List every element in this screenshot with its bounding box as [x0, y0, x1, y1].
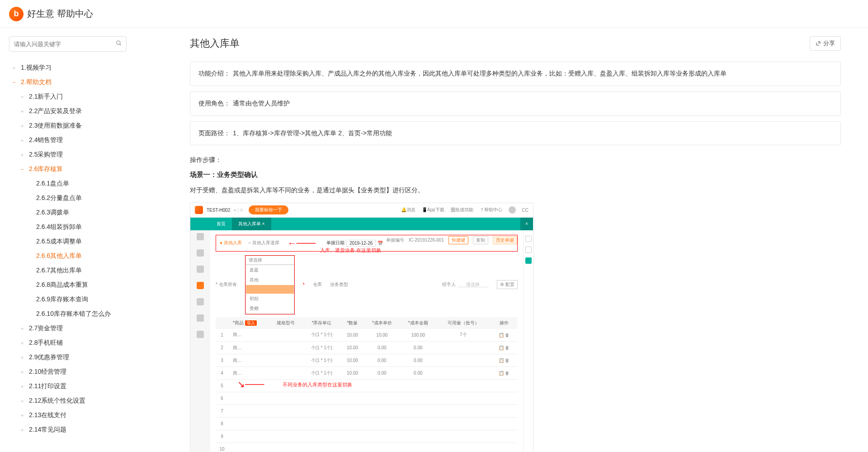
ss-tool-icon: [525, 236, 532, 242]
logo[interactable]: b 好生意 帮助中心: [9, 7, 93, 21]
nav-2-5[interactable]: ＋2.5采购管理: [9, 147, 127, 162]
nav-2-6-3[interactable]: 2.6.3调拨单: [9, 205, 127, 220]
ss-annotation-2: 不同业务的入库类型在这里切换: [283, 381, 352, 388]
ss-items-table: *商品 导入 规格型号 *库存单位 *数量 *成本单价 *成本金额 可用量（批号…: [216, 317, 518, 452]
ss-topbar: TEST-H002 ▾ | ⟳ 我要标你一下 🔔消息 📱App下载 ☰批成功能 …: [190, 203, 533, 218]
plus-icon: ＋: [19, 108, 25, 114]
ss-radio-in: ● 其他入库: [220, 240, 242, 246]
ss-user: CC: [522, 208, 528, 213]
plus-icon: ＋: [11, 65, 17, 71]
ss-nav-icon: [197, 314, 204, 322]
plus-icon: ＋: [19, 137, 25, 143]
nav-2-11[interactable]: ＋2.11打印设置: [9, 379, 127, 394]
ss-tab-current: 其他入库单 ×: [232, 218, 271, 230]
ss-nav-icon: [197, 298, 204, 305]
nav-2-8[interactable]: ＋2.8手机旺铺: [9, 336, 127, 350]
nav-2-6-10[interactable]: 2.6.10库存账本错了怎么办: [9, 307, 127, 321]
nav-docs[interactable]: －2.帮助文档: [9, 75, 127, 90]
table-row: 1商…个(1 * 1个)10.0010.00100.007个📋 🗑: [216, 329, 518, 342]
nav-2-6-5[interactable]: 2.6.5成本调整单: [9, 234, 127, 249]
nav-2-12[interactable]: ＋2.12系统个性化设置: [9, 394, 127, 408]
nav-2-6-2[interactable]: 2.6.2分量盘点单: [9, 191, 127, 205]
ss-nav-icon: [197, 266, 204, 273]
nav-2-3[interactable]: ＋2.3使用前数据准备: [9, 119, 127, 133]
search-input[interactable]: [9, 36, 127, 52]
ss-date: 单据日期 2019-12-26 📅: [326, 240, 383, 247]
ss-left-nav: [190, 230, 210, 452]
nav-2-6-4[interactable]: 2.6.4组装拆卸单: [9, 220, 127, 234]
plus-icon: ＋: [19, 340, 25, 346]
nav-2-9[interactable]: ＋2.9优惠券管理: [9, 350, 127, 365]
table-row: 10: [216, 443, 518, 452]
page-head: 其他入库单 分享: [190, 28, 841, 62]
plus-icon: ＋: [19, 325, 25, 332]
plus-icon: ＋: [19, 369, 25, 375]
role-text: 通常由仓管人员维护: [233, 100, 290, 107]
search-wrap: [9, 36, 127, 52]
share-button[interactable]: 分享: [810, 36, 841, 51]
nav-2-6-8[interactable]: 2.6.8商品成本重算: [9, 278, 127, 292]
ss-tool-icon: [525, 257, 532, 264]
share-icon: [816, 41, 821, 46]
ss-biztype-dropdown: 请选择 盘盈 其他 初始 受赠: [245, 255, 295, 314]
logo-text: 好生意 帮助中心: [27, 8, 93, 20]
table-row: 9: [216, 430, 518, 443]
intro-label: 功能介绍：: [198, 70, 230, 77]
table-row: 4商…个(1 * 1个)10.000.000.00📋 🗑: [216, 367, 518, 380]
nav-2-6-6[interactable]: 2.6.6其他入库单: [9, 249, 127, 263]
nav-2-6-7[interactable]: 2.6.7其他出库单: [9, 263, 127, 278]
nav-2-4[interactable]: ＋2.4销售管理: [9, 133, 127, 147]
ss-nav-icon-active: [197, 282, 204, 289]
ss-top-button: 我要标你一下: [249, 205, 288, 214]
plus-icon: ＋: [19, 94, 25, 100]
ss-app: 📱App下载: [422, 207, 444, 213]
nav-2-1[interactable]: ＋2.1新手入门: [9, 90, 127, 104]
ss-suc: ☰批成功能: [451, 207, 473, 213]
nav-2-14[interactable]: ＋2.14常见问题: [9, 423, 127, 437]
ss-nav-icon: [197, 249, 204, 257]
search-icon[interactable]: [116, 40, 122, 48]
ss-avatar-icon: [509, 206, 516, 214]
nav-2-6-1[interactable]: 2.6.1盘点单: [9, 176, 127, 191]
ss-annotation-1: 入库、退货业务 在这里切换: [320, 247, 381, 254]
intro-text: 其他入库单用来处理除采购入库、产成品入库之外的其他入库业务，因此其他入库单可处理…: [233, 70, 726, 77]
path-box: 页面路径：1、库存核算->库存管理->其他入库单 2、首页->常用功能: [190, 121, 841, 146]
path-text: 1、库存核算->库存管理->其他入库单 2、首页->常用功能: [233, 129, 392, 137]
plus-icon: ＋: [19, 123, 25, 129]
nav-2-6-9[interactable]: 2.6.9库存账本查询: [9, 292, 127, 307]
ss-type-row: ● 其他入库 ○ 其他入库退库 ←─── 单据日期 2019-12-26 📅 入…: [216, 235, 518, 252]
plus-icon: ＋: [19, 398, 25, 404]
table-row: 7: [216, 405, 518, 418]
ss-nav-icon: [197, 233, 204, 240]
table-row: 8: [216, 418, 518, 430]
role-box: 使用角色：通常由仓管人员维护: [190, 91, 841, 116]
nav-2-13[interactable]: ＋2.13在线支付: [9, 408, 127, 423]
ss-doc-info: 单据编号IC-20191226-001 快捷键 复制 历史单据: [386, 236, 517, 244]
ss-radio-return: ○ 其他入库退库: [248, 240, 279, 246]
ss-tabs: 首页 其他入库单 × ×: [190, 218, 533, 230]
table-row: 5↘───不同业务的入库类型在这里切换: [216, 380, 518, 392]
main-content: 其他入库单 分享 功能介绍：其他入库单用来处理除采购入库、产成品入库之外的其他入…: [136, 28, 868, 452]
minus-icon: －: [11, 79, 17, 86]
nav-2-2[interactable]: ＋2.2产品安装及登录: [9, 104, 127, 119]
role-label: 使用角色：: [198, 100, 230, 107]
svg-point-0: [117, 41, 120, 44]
scene1-title: 场景一：业务类型确认: [190, 171, 841, 179]
ss-tab-home: 首页: [210, 218, 232, 230]
ss-msg: 🔔消息: [401, 207, 415, 213]
nav-2-10[interactable]: ＋2.10经营管理: [9, 365, 127, 379]
ss-body: ● 其他入库 ○ 其他入库退库 ←─── 单据日期 2019-12-26 📅 入…: [190, 230, 533, 452]
plus-icon: ＋: [19, 152, 25, 158]
app-header: b 好生意 帮助中心: [0, 0, 868, 28]
ss-form-row: * 仓库所有 请选择 盘盈 其他 初始 受赠 *仓库 业务类型 经手人 请选择: [216, 255, 518, 314]
nav-2-6[interactable]: －2.6库存核算: [9, 162, 127, 176]
nav-2-7[interactable]: ＋2.7资金管理: [9, 321, 127, 336]
nav-video[interactable]: ＋1.视频学习: [9, 61, 127, 75]
ss-logo-icon: [195, 206, 203, 214]
logo-icon: b: [9, 7, 24, 21]
steps-label: 操作步骤：: [190, 156, 841, 164]
scene1-text: 对于受赠、盘盈或是拆装入库等不同的业务，是通过单据头【业务类型】进行区分。: [190, 185, 841, 196]
svg-line-1: [120, 44, 121, 45]
intro-box: 功能介绍：其他入库单用来处理除采购入库、产成品入库之外的其他入库业务，因此其他入…: [190, 62, 841, 86]
ss-tool-icon: [525, 247, 532, 253]
